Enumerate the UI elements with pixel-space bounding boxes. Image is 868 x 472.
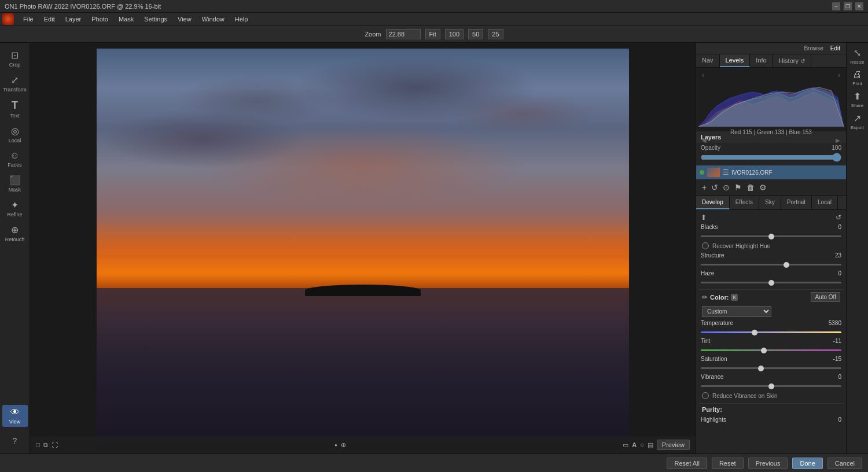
previous-button[interactable]: Previous [748, 458, 788, 469]
tint-slider[interactable] [701, 349, 841, 351]
structure-slider[interactable] [701, 264, 841, 266]
blacks-slider[interactable] [701, 235, 841, 237]
tool-faces-label: Faces [8, 162, 22, 168]
vibrance-slider[interactable] [701, 385, 841, 387]
hist-prev-arrow[interactable]: ‹ [702, 71, 704, 79]
tab-effects[interactable]: Effects [730, 196, 759, 209]
menu-bar: FileEditLayerPhotoMaskSettingsViewWindow… [0, 13, 868, 25]
layer-type-icon: ☰ [723, 168, 729, 176]
zoom-input[interactable] [386, 29, 421, 39]
canvas-fullscreen-icon: ⛶ [52, 441, 58, 448]
app-icon [2, 13, 14, 25]
tab-nav[interactable]: Nav [696, 54, 720, 67]
settings-layer-btn[interactable]: ⚙ [758, 182, 768, 193]
opacity-row: Opacity 100 [696, 143, 846, 153]
zoom-25-button[interactable]: 25 [488, 29, 503, 39]
right-icons-panel: ⤡ Resize 🖨 Print ⬆ Share ↗ Export [846, 43, 868, 453]
nav-tabs: Nav Levels Info History ↺ [696, 54, 846, 68]
tint-label: Tint [701, 338, 710, 344]
opacity-value: 100 [832, 145, 841, 151]
bottom-bar: Reset All Reset Previous Done Cancel [0, 453, 868, 472]
menu-item-file[interactable]: File [19, 14, 38, 24]
menu-item-edit[interactable]: Edit [39, 14, 60, 24]
highlights-row: Highlights 0 [698, 415, 844, 424]
layer-row[interactable]: ☰ IVOR0126.ORF [696, 165, 846, 179]
left-sidebar: ⊡ Crop ⤢ Transform T Text ◎ Local ☺ Face… [0, 43, 30, 453]
close-button[interactable]: ✕ [855, 2, 863, 10]
resize-item[interactable]: ⤡ Resize [850, 47, 864, 65]
saturation-row: Saturation -15 [698, 355, 844, 363]
minimize-button[interactable]: – [832, 2, 840, 10]
menu-item-photo[interactable]: Photo [87, 14, 113, 24]
fit-button[interactable]: Fit [425, 29, 440, 39]
tab-levels[interactable]: Levels [720, 54, 751, 67]
haze-slider[interactable] [701, 282, 841, 283]
canvas-center-mark: ⊕ [341, 441, 346, 449]
tool-local[interactable]: ◎ Local [2, 123, 28, 146]
zoom-50-button[interactable]: 50 [468, 29, 483, 39]
structure-value: 23 [825, 252, 841, 259]
hist-next-arrow[interactable]: › [838, 71, 840, 79]
dev-reset-icon[interactable]: ↺ [836, 213, 841, 222]
cancel-button[interactable]: Cancel [827, 458, 862, 469]
custom-select[interactable]: Custom [702, 306, 771, 317]
view-icon: 👁 [10, 407, 20, 418]
dev-upload-icon[interactable]: ⬆ [701, 213, 707, 222]
tab-info[interactable]: Info [750, 54, 773, 67]
menu-item-mask[interactable]: Mask [114, 14, 138, 24]
tint-row: Tint -11 [698, 337, 844, 345]
canvas-tb-left: □ ⧉ ⛶ [36, 441, 58, 449]
zoom-100-button[interactable]: 100 [445, 29, 464, 39]
reduce-vibrance-checkbox[interactable] [702, 392, 709, 399]
tool-crop[interactable]: ⊡ Crop [2, 47, 28, 70]
menu-item-layer[interactable]: Layer [61, 14, 86, 24]
tool-refine[interactable]: ✦ Refine [2, 197, 28, 220]
tool-help-bottom[interactable]: ? [2, 434, 28, 449]
menu-item-view[interactable]: View [173, 14, 196, 24]
trash-layer-btn[interactable]: 🗑 [745, 182, 756, 193]
tool-refine-label: Refine [7, 212, 22, 217]
tab-sky[interactable]: Sky [759, 196, 781, 209]
canvas-dot-icon: ● [334, 443, 337, 448]
auto-off-button[interactable]: Auto Off [811, 292, 840, 302]
tab-portrait[interactable]: Portrait [781, 196, 812, 209]
tool-transform[interactable]: ⤢ Transform [2, 72, 28, 95]
export-item[interactable]: ↗ Export [851, 113, 864, 130]
tool-retouch[interactable]: ⊕ Retouch [2, 222, 28, 245]
reset-all-button[interactable]: Reset All [667, 458, 707, 469]
edit-btn[interactable]: Edit [827, 44, 844, 53]
tab-history[interactable]: History ↺ [773, 54, 811, 67]
tool-faces[interactable]: ☺ Faces [2, 148, 28, 170]
refresh-layer-btn[interactable]: ↺ [710, 182, 719, 193]
preview-button[interactable]: Preview [657, 440, 690, 450]
browse-btn[interactable]: Browse [800, 44, 826, 53]
main-layout: ⊡ Crop ⤢ Transform T Text ◎ Local ☺ Face… [0, 43, 868, 453]
histogram-nav: ‹ › [698, 70, 844, 80]
done-button[interactable]: Done [792, 458, 822, 469]
reset-button[interactable]: Reset [712, 458, 744, 469]
develop-tabs: Develop Effects Sky Portrait Local [696, 196, 846, 210]
tool-view[interactable]: 👁 View [2, 405, 28, 427]
menu-item-settings[interactable]: Settings [139, 14, 172, 24]
menu-item-window[interactable]: Window [197, 14, 229, 24]
tool-mask[interactable]: ⬛ Mask [2, 172, 28, 195]
refine-icon: ✦ [11, 200, 19, 211]
menu-item-help[interactable]: Help [230, 14, 253, 24]
recover-highlight-checkbox[interactable] [702, 242, 709, 249]
tab-develop[interactable]: Develop [696, 196, 730, 209]
restore-button[interactable]: ❐ [844, 2, 852, 10]
tool-text[interactable]: T Text [2, 97, 28, 121]
layer-name: IVOR0126.ORF [731, 169, 843, 176]
canvas-image [97, 49, 629, 448]
add-layer-btn[interactable]: + [701, 182, 708, 193]
print-item[interactable]: 🖨 Print [852, 69, 862, 86]
opacity-slider[interactable] [701, 153, 841, 162]
tab-local[interactable]: Local [812, 196, 838, 209]
share-item[interactable]: ⬆ Share [851, 91, 863, 108]
mask-layer-btn[interactable]: ⊙ [722, 182, 731, 193]
print-label: Print [852, 81, 862, 86]
help-icon: ? [13, 436, 17, 445]
flag-layer-btn[interactable]: ⚑ [733, 182, 743, 193]
temperature-slider[interactable] [701, 331, 841, 333]
saturation-slider[interactable] [701, 367, 841, 369]
